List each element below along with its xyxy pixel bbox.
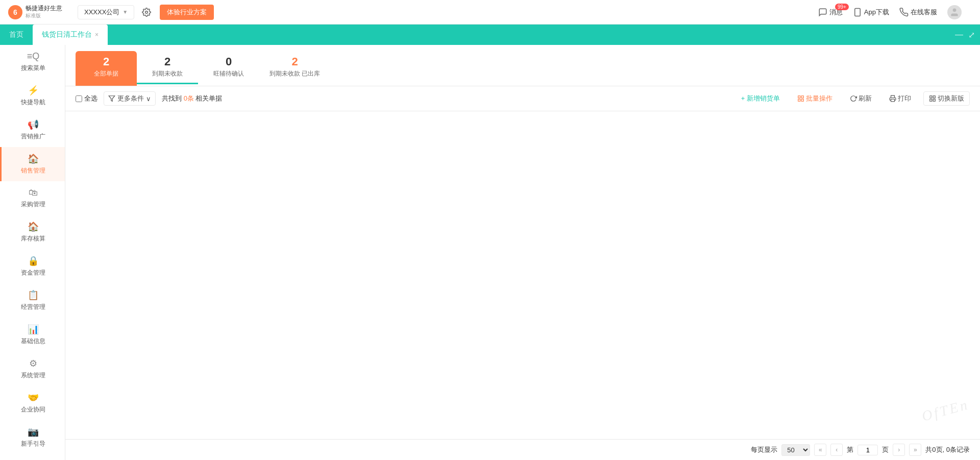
tab-underline: [137, 83, 198, 84]
online-service-btn[interactable]: 在线客服: [899, 8, 937, 17]
sidebar-item-quick-nav[interactable]: ⚡ 快捷导航: [0, 79, 65, 113]
app-download-btn[interactable]: App下载: [853, 8, 889, 17]
select-all-label: 全选: [84, 94, 97, 103]
switch-new-btn[interactable]: 切换新版: [923, 91, 970, 106]
tab-cash-flow-label: 钱货日清工作台: [42, 30, 92, 39]
checkbox-input[interactable]: [76, 95, 82, 102]
company-selector[interactable]: XXXXX公司 ▼: [78, 5, 134, 19]
select-all-checkbox[interactable]: 全选: [76, 94, 97, 103]
refresh-btn[interactable]: 刷新: [845, 92, 877, 105]
toolbar: 全选 更多条件 ∨ 共找到 0条 相关单据 + 新增销货单 批量操作: [65, 86, 980, 111]
svg-point-3: [953, 8, 957, 12]
experience-btn[interactable]: 体验行业方案: [160, 5, 214, 20]
stat-tab-overdue-not-shipped[interactable]: 2 到期未收款 已出库: [259, 51, 330, 86]
stats-tabs: 2 全部单据 2 到期未收款 0 旺辅待确认 2 到期未收款 已出库: [65, 45, 980, 86]
purchase-mgmt-icon: 🛍: [29, 187, 38, 198]
found-text: 共找到 0条 相关单据: [162, 94, 222, 103]
stat-all-num: 2: [86, 55, 127, 68]
sidebar-item-inventory[interactable]: 🏠 库存核算: [0, 215, 65, 249]
stat-overdue-not-shipped-label: 到期未收款 已出库: [270, 69, 320, 78]
table-area: OfTEn: [65, 111, 980, 439]
more-filters-btn[interactable]: 更多条件 ∨: [104, 91, 156, 106]
svg-rect-12: [933, 99, 935, 101]
first-page-btn[interactable]: «: [814, 444, 826, 456]
settings-icon-btn[interactable]: [138, 4, 155, 20]
sidebar-item-capital-mgmt[interactable]: 🔒 资金管理: [0, 249, 65, 283]
sidebar-item-marketing[interactable]: 📢 营销推广: [0, 113, 65, 147]
stat-pending-confirm-label: 旺辅待确认: [208, 69, 249, 78]
quick-nav-icon: ⚡: [28, 85, 39, 96]
content-area: 2 全部单据 2 到期未收款 0 旺辅待确认 2 到期未收款 已出库 全选: [65, 45, 980, 460]
logo-title: 畅捷通好生意: [26, 5, 62, 13]
sidebar-item-enterprise-coop[interactable]: 🤝 企业协同: [0, 386, 65, 420]
stat-overdue-not-shipped-num: 2: [270, 55, 320, 68]
sidebar-item-purchase-mgmt[interactable]: 🛍 采购管理: [0, 181, 65, 215]
svg-point-0: [145, 11, 148, 13]
sidebar-label-capital-mgmt: 资金管理: [21, 269, 45, 277]
print-btn[interactable]: 打印: [884, 92, 916, 105]
tab-minimize-btn[interactable]: —: [955, 30, 963, 39]
pagination-bar: 每页显示 50 20 100 « ‹ 第 页 › » 共0页, 0条记录: [65, 439, 980, 460]
main-layout: ≡Q 搜索菜单 ⚡ 快捷导航 📢 营销推广 🏠 销售管理 🛍 采购管理 🏠 库存…: [0, 45, 980, 460]
sidebar: ≡Q 搜索菜单 ⚡ 快捷导航 📢 营销推广 🏠 销售管理 🛍 采购管理 🏠 库存…: [0, 45, 65, 460]
switch-new-label: 切换新版: [938, 94, 964, 103]
online-service-label: 在线客服: [911, 8, 937, 17]
stat-tab-all[interactable]: 2 全部单据: [76, 51, 137, 86]
svg-rect-5: [798, 96, 800, 98]
marketing-icon: 📢: [28, 119, 39, 130]
system-mgmt-icon: ⚙: [29, 358, 37, 369]
sidebar-item-app-center[interactable]: 🖥 应用中心: [0, 454, 65, 460]
sidebar-label-operations: 经营管理: [21, 303, 45, 311]
found-count: 0条: [184, 94, 194, 102]
last-page-btn[interactable]: »: [909, 444, 921, 456]
stat-tab-pending-confirm[interactable]: 0 旺辅待确认: [198, 51, 259, 86]
tab-close-icon[interactable]: ×: [95, 31, 99, 38]
batch-ops-btn[interactable]: 批量操作: [792, 92, 838, 105]
sidebar-item-system-mgmt[interactable]: ⚙ 系统管理: [0, 352, 65, 386]
sidebar-label-basic-info: 基础信息: [21, 337, 45, 346]
company-dropdown-icon: ▼: [122, 9, 128, 15]
add-sales-btn[interactable]: + 新增销货单: [736, 92, 785, 105]
sidebar-label-quick-nav: 快捷导航: [21, 98, 45, 107]
sidebar-label-sales-mgmt: 销售管理: [21, 166, 45, 175]
found-prefix: 共找到: [162, 94, 182, 102]
svg-rect-10: [930, 96, 932, 98]
sidebar-item-basic-info[interactable]: 📊 基础信息: [0, 318, 65, 352]
avatar[interactable]: [947, 5, 962, 19]
sidebar-item-search-menu[interactable]: ≡Q 搜索菜单: [0, 45, 65, 79]
operations-icon: 📋: [28, 289, 39, 301]
stat-all-label: 全部单据: [86, 69, 127, 78]
watermark: OfTEn: [920, 396, 971, 424]
sidebar-label-enterprise-coop: 企业协同: [21, 405, 45, 414]
capital-mgmt-icon: 🔒: [28, 255, 39, 267]
top-header: 6 畅捷通好生意 标准版 XXXXX公司 ▼ 体验行业方案 消息 99+ App…: [0, 0, 980, 25]
inventory-icon: 🏠: [28, 221, 39, 232]
tab-home[interactable]: 首页: [0, 25, 33, 45]
prev-page-btn[interactable]: ‹: [830, 444, 843, 456]
newbie-guide-icon: 📷: [28, 426, 39, 438]
search-menu-icon: ≡Q: [27, 51, 40, 62]
sidebar-item-sales-mgmt[interactable]: 🏠 销售管理: [0, 147, 65, 181]
svg-marker-4: [109, 96, 115, 102]
tab-maximize-btn[interactable]: ⤢: [968, 30, 975, 40]
messages-btn[interactable]: 消息 99+: [818, 8, 843, 17]
basic-info-icon: 📊: [28, 324, 39, 335]
tab-cash-flow[interactable]: 钱货日清工作台 ×: [33, 25, 108, 45]
sidebar-item-newbie-guide[interactable]: 📷 新手引导: [0, 420, 65, 454]
svg-rect-8: [798, 99, 800, 101]
app-download-label: App下载: [864, 8, 889, 17]
page-size-select[interactable]: 50 20 100: [781, 444, 810, 456]
header-right: 消息 99+ App下载 在线客服: [818, 5, 972, 19]
sidebar-item-operations[interactable]: 📋 经营管理: [0, 283, 65, 318]
stat-tab-overdue-unpaid[interactable]: 2 到期未收款: [137, 51, 198, 86]
logo-icon: 6: [8, 5, 22, 19]
stat-overdue-unpaid-label: 到期未收款: [147, 69, 188, 78]
stat-overdue-unpaid-num: 2: [147, 55, 188, 68]
total-text: 共0页, 0条记录: [925, 445, 970, 454]
toolbar-right: + 新增销货单 批量操作 刷新 打印 切换新版: [736, 91, 970, 106]
next-page-btn[interactable]: ›: [893, 444, 905, 456]
page-num-input[interactable]: [857, 445, 878, 455]
sidebar-label-search-menu: 搜索菜单: [21, 64, 45, 72]
sales-mgmt-icon: 🏠: [28, 153, 39, 164]
svg-rect-1: [855, 8, 861, 16]
